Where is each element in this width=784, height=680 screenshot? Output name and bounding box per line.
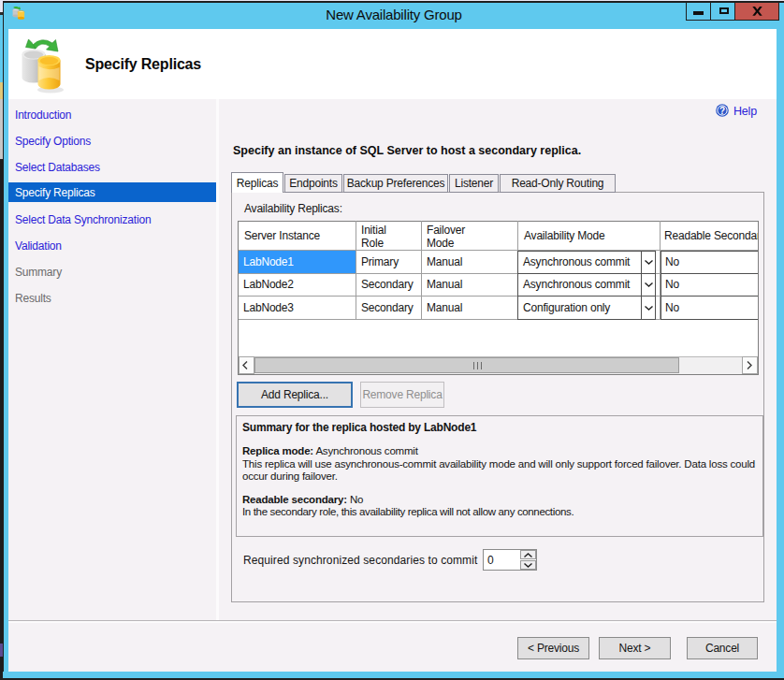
svg-text:?: ? xyxy=(719,106,725,116)
